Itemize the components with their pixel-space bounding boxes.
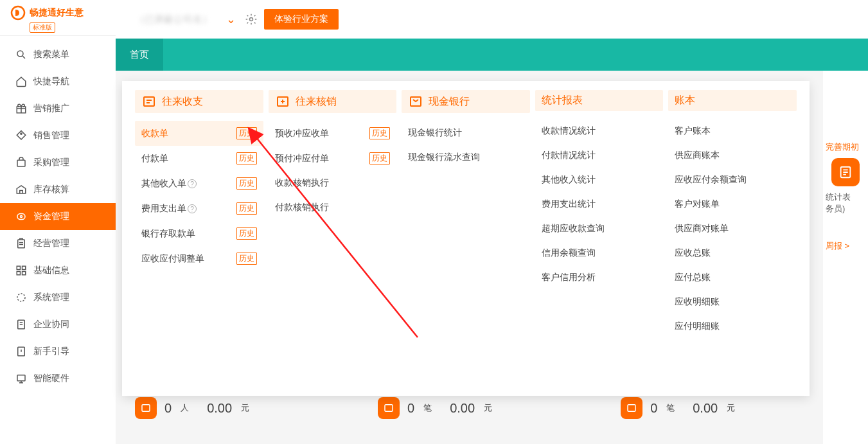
help-icon[interactable]: ? (188, 204, 197, 213)
flyout-menu-item[interactable]: 供应商对账单 (668, 217, 797, 241)
flyout-menu-item[interactable]: 供应商账本 (668, 143, 797, 168)
flyout-menu-item[interactable]: 应付明细账 (668, 314, 797, 339)
sidebar-item-grid[interactable]: 基础信息 (0, 257, 116, 284)
sidebar-item-label: 经营管理 (33, 238, 69, 249)
flyout-item-list: 现金银行统计现金银行流水查询 (402, 121, 530, 170)
flyout-menu-item[interactable]: 超期应收款查询 (535, 217, 664, 241)
flyout-menu-item[interactable]: 应付总账 (668, 265, 797, 290)
sidebar-item-gift[interactable]: 营销推广 (0, 95, 116, 122)
sidebar-item-guide[interactable]: 新手引导 (0, 338, 116, 365)
sidebar-item-team[interactable]: 企业协同 (0, 311, 116, 338)
flyout-menu-item[interactable]: 应收明细账 (668, 290, 797, 314)
history-badge[interactable]: 历史 (236, 227, 257, 240)
clipboard-icon (15, 238, 27, 249)
guide-icon (15, 346, 27, 357)
brand-edition-badge: 标准版 (30, 22, 55, 33)
flyout-item-list: 收款情况统计付款情况统计其他收入统计费用支出统计超期应收款查询信用余额查询客户信… (535, 119, 664, 290)
weekly-report-link[interactable]: 周报 > (826, 240, 865, 252)
tab-home[interactable]: 首页 (116, 39, 163, 71)
money-icon (15, 211, 27, 222)
flyout-menu-item[interactable]: 应收总账 (668, 241, 797, 265)
flyout-menu-item[interactable]: 收款单历史 (135, 121, 263, 146)
sidebar-item-clipboard[interactable]: 经营管理 (0, 230, 116, 257)
history-badge[interactable]: 历史 (236, 253, 257, 265)
flyout-menu-item[interactable]: 预付冲应付单历史 (269, 146, 397, 171)
sidebar-item-search[interactable]: 搜索菜单 (0, 41, 116, 68)
report-icon[interactable] (831, 158, 860, 186)
stat-value: 0.00 (450, 401, 475, 416)
history-badge[interactable]: 历史 (236, 202, 257, 215)
flyout-column-header: 账本 (668, 90, 797, 111)
flyout-menu-item[interactable]: 银行存取款单历史 (135, 221, 263, 246)
flyout-column: 往来收支收款单历史付款单历史其他收入单?历史费用支出单?历史银行存取款单历史应收… (135, 90, 263, 380)
flyout-column-title: 往来收支 (162, 95, 203, 109)
flyout-item-label: 费用支出单? (141, 203, 197, 215)
flyout-column: 往来核销预收冲应收单历史预付冲应付单历史收款核销执行付款核销执行 (269, 90, 397, 380)
stat-value-unit: 元 (727, 402, 735, 414)
sidebar-item-home[interactable]: 快捷导航 (0, 68, 116, 95)
svg-rect-10 (17, 272, 20, 275)
flyout-item-label: 收款单 (141, 128, 168, 139)
complete-opening-link[interactable]: 完善期初 (826, 141, 865, 153)
sidebar-item-device[interactable]: 智能硬件 (0, 365, 116, 392)
flyout-menu-item[interactable]: 付款核销执行 (269, 195, 397, 220)
column-header-icon (275, 94, 290, 109)
flyout-menu-item[interactable]: 客户信用分析 (535, 265, 664, 290)
flyout-menu-item[interactable]: 其他收入统计 (535, 168, 664, 192)
help-icon[interactable]: ? (188, 179, 197, 188)
gear2-icon (15, 292, 27, 303)
flyout-menu-item[interactable]: 费用支出统计 (535, 192, 664, 217)
stat-count: 0 (407, 401, 414, 416)
flyout-menu-item[interactable]: 付款单历史 (135, 146, 263, 171)
sidebar-item-warehouse[interactable]: 库存核算 (0, 176, 116, 203)
flyout-menu-item[interactable]: 现金银行统计 (402, 121, 530, 145)
flyout-menu-item[interactable]: 收款情况统计 (535, 119, 664, 143)
cart-icon (15, 157, 27, 168)
history-badge[interactable]: 历史 (236, 127, 257, 139)
flyout-item-label: 付款单 (141, 153, 168, 164)
svg-rect-4 (17, 160, 25, 166)
grid-icon (15, 265, 27, 276)
history-badge[interactable]: 历史 (369, 152, 390, 164)
flyout-menu-item[interactable]: 其他收入单?历史 (135, 171, 263, 196)
stat-count: 0 (164, 401, 172, 416)
history-badge[interactable]: 历史 (369, 127, 390, 139)
stat-count: 0 (650, 401, 657, 416)
sidebar-item-money[interactable]: 资金管理 (0, 203, 116, 230)
flyout-menu-item[interactable]: 付款情况统计 (535, 143, 664, 168)
flyout-column-header: 现金银行 (402, 90, 530, 113)
sidebar-item-gear2[interactable]: 系统管理 (0, 284, 116, 311)
flyout-item-list: 客户账本供应商账本应收应付余额查询客户对账单供应商对账单应收总账应付总账应收明细… (668, 119, 797, 339)
stat-icon (621, 397, 642, 419)
sidebar-item-label: 采购管理 (33, 157, 69, 168)
flyout-menu-item[interactable]: 应收应付余额查询 (668, 168, 797, 192)
sidebar-item-label: 销售管理 (33, 130, 69, 141)
svg-rect-15 (17, 375, 25, 381)
flyout-item-label: 付款核销执行 (275, 202, 329, 213)
flyout-menu-item[interactable]: 信用余额查询 (535, 241, 664, 265)
history-badge[interactable]: 历史 (236, 152, 257, 164)
flyout-menu-item[interactable]: 预收冲应收单历史 (269, 121, 397, 146)
column-header-icon (141, 94, 157, 109)
flyout-item-label: 应收总账 (675, 247, 711, 259)
stat-value-unit: 元 (241, 402, 249, 414)
try-industry-plan-button[interactable]: 体验行业方案 (264, 9, 339, 30)
history-badge[interactable]: 历史 (236, 177, 257, 190)
company-selector-label[interactable]: （已屏蔽公司名） (127, 11, 220, 28)
home-icon (15, 76, 27, 87)
svg-rect-17 (142, 405, 150, 412)
sidebar-item-label: 库存核算 (33, 184, 69, 195)
flyout-menu-item[interactable]: 客户账本 (668, 119, 797, 143)
flyout-menu-item[interactable]: 收款核销执行 (269, 171, 397, 195)
flyout-menu-item[interactable]: 现金银行流水查询 (402, 145, 530, 170)
flyout-menu-item[interactable]: 应收应付调整单历史 (135, 246, 263, 271)
flyout-item-label: 付款情况统计 (542, 150, 596, 161)
sidebar-item-cart[interactable]: 采购管理 (0, 149, 116, 176)
flyout-menu-item[interactable]: 客户对账单 (668, 192, 797, 217)
chevron-down-icon[interactable]: ⌄ (226, 12, 236, 26)
sidebar-item-tag[interactable]: 销售管理 (0, 122, 116, 149)
flyout-menu-item[interactable]: 费用支出单?历史 (135, 196, 263, 221)
gear-icon[interactable] (245, 13, 258, 26)
flyout-item-label: 超期应收款查询 (542, 223, 605, 235)
svg-rect-11 (22, 272, 26, 275)
